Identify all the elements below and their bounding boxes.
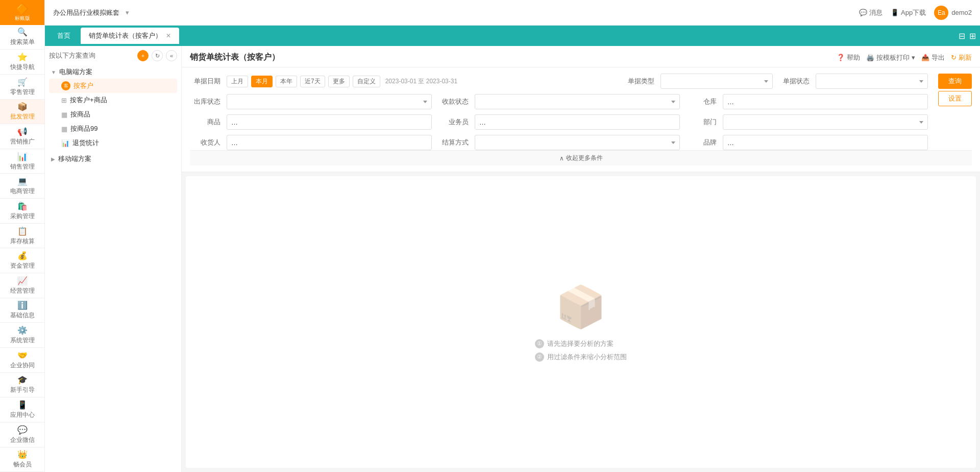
- wholesale-icon: 📦: [17, 102, 28, 111]
- sidebar-item-basic-info[interactable]: ℹ️ 基础信息: [0, 298, 44, 323]
- sidebar-item-ecommerce-label: 电商管理: [10, 187, 35, 196]
- enterprise-wechat-icon: 💬: [17, 425, 28, 435]
- filter-row-3: 商品 … 业务员 … 部门: [190, 114, 928, 130]
- sidebar-item-marketing[interactable]: 📢 营销推广: [0, 124, 44, 149]
- salesperson-dots: …: [479, 119, 486, 126]
- template-print-dropdown-icon: ▾: [912, 54, 915, 61]
- tree-section: ▼ 电脑端方案 客 按客户 ⊞ 按客户+商品 ▦ 按商品 ▦ 按商品99: [49, 65, 177, 166]
- sidebar-item-quick-nav[interactable]: ⭐ 快捷导航: [0, 50, 44, 75]
- empty-hint-text-2: 用过滤条件来缩小分析范围: [547, 352, 627, 362]
- sidebar-item-retail[interactable]: 🛒 零售管理: [0, 75, 44, 100]
- settings-button[interactable]: 设置: [938, 91, 972, 106]
- app-name-dropdown-icon[interactable]: ▾: [126, 9, 129, 16]
- sidebar-item-member[interactable]: 👑 畅会员: [0, 447, 44, 473]
- tab-home-label: 首页: [57, 31, 70, 40]
- query-button[interactable]: 查询: [938, 74, 972, 89]
- message-btn[interactable]: 💬 消息: [859, 8, 883, 17]
- by-goods-label: 按商品: [70, 110, 90, 119]
- basic-info-icon: ℹ️: [17, 300, 28, 310]
- sidebar-item-search-menu[interactable]: 🔍 搜索菜单: [0, 25, 44, 50]
- app-logo: 🔶 标账版: [0, 0, 44, 25]
- goods-label: 商品: [190, 117, 220, 127]
- left-panel-icons: + ↻ «: [137, 50, 177, 61]
- sidebar-item-enterprise-wechat[interactable]: 💬 企业微信: [0, 422, 44, 447]
- help-btn[interactable]: ❓ 帮助: [837, 53, 860, 62]
- filter-row-1: 单据日期 上月 本月 本年 近7天 更多 自定义 2023-03-01 至 20…: [190, 74, 928, 89]
- left-panel-header: 按以下方案查询 + ↻ «: [49, 50, 177, 61]
- sidebar-item-system[interactable]: ⚙️ 系统管理: [0, 323, 44, 348]
- username: demo2: [951, 9, 972, 16]
- app-download-btn[interactable]: 📱 App下载: [891, 8, 926, 17]
- tree-child-by-goods[interactable]: ▦ 按商品: [49, 107, 177, 122]
- add-scheme-btn[interactable]: +: [137, 50, 149, 61]
- hint-num-2: ②: [535, 352, 544, 362]
- brand-dots: …: [727, 139, 734, 147]
- date-btn-7days[interactable]: 近7天: [300, 76, 325, 87]
- refresh-btn[interactable]: ↻ 刷新: [951, 53, 972, 62]
- sidebar-item-purchase[interactable]: 🛍️ 采购管理: [0, 199, 44, 224]
- out-status-select[interactable]: [227, 94, 432, 109]
- collapse-up-icon: ∧: [559, 155, 564, 162]
- tree-desktop-parent[interactable]: ▼ 电脑端方案: [49, 65, 177, 79]
- window-restore-btn[interactable]: ⊟: [959, 31, 965, 41]
- header-left: 办公用品行业模拟账套 ▾: [53, 8, 129, 17]
- export-btn[interactable]: 📤 导出: [921, 53, 945, 62]
- app-center-icon: 📱: [17, 400, 28, 410]
- collapse-bar[interactable]: ∧ 收起更多条件: [190, 150, 972, 166]
- salesperson-select[interactable]: …: [475, 114, 680, 130]
- brand-select[interactable]: …: [723, 135, 928, 150]
- refresh-scheme-btn[interactable]: ↻: [152, 50, 163, 61]
- sidebar-item-enterprise-collab[interactable]: 🤝 企业协同: [0, 348, 44, 373]
- page-actions: ❓ 帮助 🖨️ 按模板打印 ▾ 📤 导出 ↻ 刷新: [837, 53, 972, 62]
- sidebar-item-ecommerce[interactable]: 💻 电商管理: [0, 174, 44, 199]
- template-print-btn[interactable]: 🖨️ 按模板打印 ▾: [866, 53, 915, 62]
- message-label: 消息: [869, 8, 883, 17]
- date-btn-this-month[interactable]: 本月: [251, 76, 273, 87]
- logo-text: 标账版: [15, 15, 30, 22]
- tab-home[interactable]: 首页: [49, 28, 79, 44]
- sidebar-item-sales-label: 销售管理: [10, 162, 35, 171]
- filter-main-row: 单据日期 上月 本月 本年 近7天 更多 自定义 2023-03-01 至 20…: [190, 74, 972, 150]
- by-goods-icon: ▦: [61, 111, 67, 119]
- doc-status-select[interactable]: [816, 74, 928, 89]
- tab-sales-stat[interactable]: 销货单统计表（按客户） ✕: [81, 28, 179, 44]
- tree-child-by-goods99[interactable]: ▦ 按商品99: [49, 122, 177, 136]
- collapse-panel-btn[interactable]: «: [166, 50, 177, 61]
- sidebar-item-basic-info-label: 基础信息: [10, 311, 35, 320]
- payment-method-select[interactable]: [475, 135, 680, 150]
- window-maximize-btn[interactable]: ⊞: [969, 31, 976, 41]
- sidebar-item-operations[interactable]: 📈 经营管理: [0, 273, 44, 298]
- sidebar-item-inventory[interactable]: 📋 库存核算: [0, 224, 44, 249]
- sidebar-item-new-guide[interactable]: 🎓 新手引导: [0, 373, 44, 398]
- sidebar-item-quick-nav-label: 快捷导航: [10, 63, 35, 72]
- sidebar-item-sales[interactable]: 📊 销售管理: [0, 149, 44, 174]
- sidebar-item-finance[interactable]: 💰 资金管理: [0, 248, 44, 273]
- sidebar-item-wholesale[interactable]: 📦 批发管理: [0, 100, 44, 125]
- date-btn-more[interactable]: 更多: [328, 76, 350, 87]
- collect-status-select[interactable]: [475, 94, 680, 109]
- refresh-label: 刷新: [959, 53, 972, 62]
- empty-hint: ① 请先选择要分析的方案 ② 用过滤条件来缩小分析范围: [535, 339, 627, 362]
- date-range-display: 2023-03-01 至 2023-03-31: [385, 77, 457, 86]
- tab-close-icon[interactable]: ✕: [166, 32, 171, 39]
- department-select[interactable]: [723, 114, 928, 130]
- tree-child-by-customer-goods[interactable]: ⊞ 按客户+商品: [49, 93, 177, 107]
- goods-select[interactable]: …: [227, 114, 432, 130]
- receiver-select[interactable]: …: [227, 135, 432, 150]
- date-btn-custom[interactable]: 自定义: [353, 76, 380, 87]
- sidebar-item-app-center[interactable]: 📱 应用中心: [0, 397, 44, 422]
- tree-child-return-stats[interactable]: 📊 退货统计: [49, 136, 177, 150]
- warehouse-label: 仓库: [686, 97, 717, 106]
- sidebar-item-marketing-label: 营销推广: [10, 137, 35, 146]
- app-download-icon: 📱: [891, 9, 899, 16]
- sidebar-item-search-menu-label: 搜索菜单: [10, 38, 35, 46]
- tree-child-by-customer[interactable]: 客 按客户: [49, 79, 177, 93]
- date-btn-this-year[interactable]: 本年: [276, 76, 297, 87]
- doc-type-select[interactable]: [660, 74, 773, 89]
- empty-state: 📦 ① 请先选择要分析的方案 ② 用过滤条件来缩小分析范围: [186, 176, 976, 468]
- date-btn-last-month[interactable]: 上月: [227, 76, 248, 87]
- warehouse-select[interactable]: …: [723, 94, 928, 109]
- right-panel: 销货单统计表（按客户） ❓ 帮助 🖨️ 按模板打印 ▾ 📤 导出: [182, 46, 980, 472]
- tree-mobile-parent[interactable]: ▶ 移动端方案: [49, 152, 177, 166]
- user-area[interactable]: Ea demo2: [934, 6, 972, 20]
